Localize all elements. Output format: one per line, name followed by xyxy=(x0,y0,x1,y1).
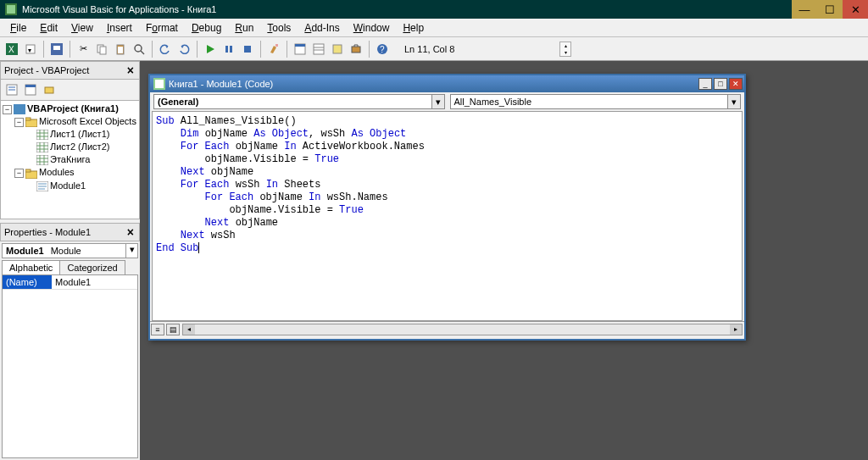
view-code-button[interactable] xyxy=(4,82,19,97)
project-tree[interactable]: −VBAProject (Книга1) −Microsoft Excel Ob… xyxy=(0,100,140,219)
window-minimize-button[interactable]: — xyxy=(792,0,817,19)
code-minimize-button[interactable]: _ xyxy=(698,78,712,90)
excel-objects-folder[interactable]: Microsoft Excel Objects xyxy=(39,116,136,126)
project-explorer-close-button[interactable]: × xyxy=(125,64,136,77)
undo-button[interactable] xyxy=(157,41,174,58)
window-title: Microsoft Visual Basic for Applications … xyxy=(22,4,792,14)
cut-button[interactable]: ✂ xyxy=(75,41,92,58)
code-editor[interactable]: Sub All_Names_Visible() Dim objName As O… xyxy=(152,111,743,321)
redo-button[interactable] xyxy=(175,41,192,58)
code-maximize-button[interactable]: □ xyxy=(714,78,727,90)
svg-rect-31 xyxy=(25,85,36,87)
properties-window-button[interactable] xyxy=(310,41,327,58)
properties-tab-alphabetic[interactable]: Alphabetic xyxy=(2,260,60,274)
svg-rect-19 xyxy=(295,44,305,47)
menu-file[interactable]: File xyxy=(3,19,33,36)
svg-rect-24 xyxy=(352,47,360,53)
run-button[interactable] xyxy=(202,41,219,58)
properties-object-selector[interactable]: Module1 Module ▾ xyxy=(2,243,138,258)
window-maximize-button[interactable]: ☐ xyxy=(817,0,843,19)
scroll-right-icon[interactable]: ▸ xyxy=(730,324,742,335)
menu-debug[interactable]: Debug xyxy=(185,19,228,36)
dropdown-icon[interactable]: ▾ xyxy=(125,244,137,258)
svg-rect-7 xyxy=(53,46,60,50)
svg-rect-11 xyxy=(118,47,123,53)
toolbar: X ▾ ✂ ? Ln 11, Col 8 ▴▾ xyxy=(0,37,868,61)
expand-icon[interactable]: − xyxy=(14,118,24,127)
cursor-position: Ln 11, Col 8 xyxy=(404,44,454,54)
help-button[interactable]: ? xyxy=(374,41,391,58)
break-button[interactable] xyxy=(220,41,237,58)
dropdown-icon[interactable]: ▾ xyxy=(727,95,740,108)
tree-module-item[interactable]: Module1 xyxy=(3,180,137,192)
paste-button[interactable] xyxy=(112,41,129,58)
procedure-combo[interactable]: All_Names_Visible ▾ xyxy=(450,94,742,109)
menu-add-ins[interactable]: Add-Ins xyxy=(298,19,346,36)
svg-rect-1 xyxy=(7,5,15,14)
svg-rect-17 xyxy=(275,44,278,47)
save-button[interactable] xyxy=(48,41,65,58)
find-button[interactable] xyxy=(131,41,147,58)
expand-icon[interactable]: − xyxy=(3,105,12,114)
svg-rect-36 xyxy=(36,130,48,140)
menu-insert[interactable]: Insert xyxy=(100,19,139,36)
svg-rect-16 xyxy=(244,46,251,53)
copy-button[interactable] xyxy=(93,41,110,58)
svg-rect-35 xyxy=(25,118,31,120)
project-root[interactable]: VBAProject (Книга1) xyxy=(27,103,119,114)
scroll-left-icon[interactable]: ◂ xyxy=(183,324,195,335)
object-browser-button[interactable] xyxy=(329,41,346,58)
menu-view[interactable]: View xyxy=(64,19,100,36)
worksheet-icon xyxy=(36,130,48,140)
svg-rect-15 xyxy=(230,46,232,53)
menu-edit[interactable]: Edit xyxy=(33,19,64,36)
toolbox-button[interactable] xyxy=(348,41,364,58)
design-mode-button[interactable] xyxy=(265,41,282,58)
window-close-button[interactable]: ✕ xyxy=(843,0,868,19)
menu-format[interactable]: Format xyxy=(139,19,185,36)
project-explorer-button[interactable] xyxy=(292,41,309,58)
svg-rect-41 xyxy=(36,142,48,152)
modules-folder[interactable]: Modules xyxy=(39,167,75,177)
toggle-folders-button[interactable] xyxy=(42,82,57,97)
svg-rect-23 xyxy=(333,45,342,53)
module-icon xyxy=(36,181,48,191)
svg-line-13 xyxy=(141,51,144,54)
properties-close-button[interactable]: × xyxy=(125,225,136,239)
property-row[interactable]: (Name)Module1 xyxy=(3,275,137,290)
object-combo[interactable]: (General) ▾ xyxy=(153,94,445,109)
svg-text:X: X xyxy=(8,45,14,54)
view-object-button[interactable] xyxy=(23,82,38,97)
code-close-button[interactable]: ✕ xyxy=(729,78,743,90)
code-window-titlebar[interactable]: Книга1 - Module1 (Code) _ □ ✕ xyxy=(150,75,744,92)
menubar: FileEditViewInsertFormatDebugRunToolsAdd… xyxy=(0,19,868,37)
svg-point-12 xyxy=(135,45,142,52)
vba-app-icon xyxy=(5,3,17,15)
tree-sheet-item[interactable]: ЭтаКнига xyxy=(3,153,137,166)
svg-rect-46 xyxy=(36,155,48,165)
svg-rect-58 xyxy=(155,80,164,88)
code-window: Книга1 - Module1 (Code) _ □ ✕ (General) … xyxy=(148,74,746,341)
worksheet-icon xyxy=(36,155,48,165)
svg-rect-14 xyxy=(225,46,228,53)
properties-tab-categorized[interactable]: Categorized xyxy=(59,260,125,274)
procedure-view-button[interactable]: ≡ xyxy=(151,324,164,335)
properties-grid[interactable]: (Name)Module1 xyxy=(2,274,138,458)
expand-icon[interactable]: − xyxy=(14,169,24,178)
menu-window[interactable]: Window xyxy=(347,19,397,36)
horizontal-scrollbar[interactable]: ◂ ▸ xyxy=(182,324,743,335)
reset-button[interactable] xyxy=(239,41,256,58)
tree-sheet-item[interactable]: Лист1 (Лист1) xyxy=(3,128,137,141)
dropdown-icon[interactable]: ▾ xyxy=(431,95,444,108)
menu-tools[interactable]: Tools xyxy=(260,19,298,36)
full-module-view-button[interactable]: ▤ xyxy=(166,324,180,335)
folder-icon xyxy=(25,117,37,127)
insert-dropdown[interactable]: ▾ xyxy=(22,41,39,58)
folder-icon xyxy=(25,169,37,179)
menu-run[interactable]: Run xyxy=(228,19,260,36)
svg-rect-9 xyxy=(100,47,106,54)
view-excel-button[interactable]: X xyxy=(3,41,20,58)
menu-help[interactable]: Help xyxy=(396,19,431,36)
toolbar-spinner[interactable]: ▴▾ xyxy=(559,42,571,57)
tree-sheet-item[interactable]: Лист2 (Лист2) xyxy=(3,141,137,153)
